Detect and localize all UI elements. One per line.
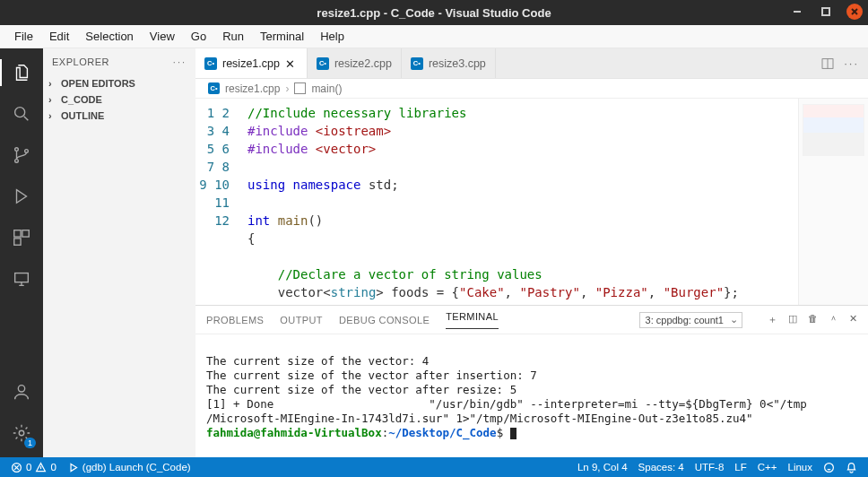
tab-label: resize3.cpp: [429, 57, 486, 70]
svg-rect-0: [822, 8, 829, 15]
section-label: C_CODE: [61, 94, 102, 105]
files-icon: [12, 63, 31, 82]
status-language[interactable]: C++: [752, 457, 783, 477]
tab-label: resize2.cpp: [334, 57, 392, 70]
tab-resize2[interactable]: C• resize2.cpp: [308, 48, 402, 78]
debug-icon: [67, 462, 79, 473]
svg-rect-6: [22, 230, 29, 237]
tabbar: C• resize1.cpp ✕ C• resize2.cpp C• resiz…: [195, 48, 868, 79]
split-terminal-icon[interactable]: ◫: [788, 313, 797, 326]
activitybar: 1: [0, 48, 43, 457]
close-tab-icon[interactable]: ✕: [285, 57, 298, 70]
panel-tab-output[interactable]: OUTPUT: [280, 315, 323, 325]
section-outline[interactable]: › OUTLINE: [43, 108, 195, 124]
editor-body[interactable]: 1 2 3 4 5 6 7 8 9 10 11 12 //Include nec…: [195, 99, 868, 305]
menu-edit[interactable]: Edit: [42, 28, 76, 45]
feedback-icon: [823, 462, 835, 473]
settings-badge: 1: [24, 438, 36, 448]
chevron-right-icon: ›: [48, 78, 57, 89]
breadcrumb-symbol: main(): [311, 82, 342, 95]
breadcrumb-file: resize1.cpp: [225, 82, 280, 95]
tab-resize3[interactable]: C• resize3.cpp: [402, 48, 496, 78]
menu-file[interactable]: File: [7, 28, 40, 45]
statusbar: 0 0 (gdb) Launch (C_Code) Ln 9, Col 4 Sp…: [0, 457, 868, 477]
panel-tab-terminal[interactable]: TERMINAL: [446, 311, 499, 329]
section-label: OUTLINE: [61, 110, 104, 121]
terminal-selector[interactable]: 3: cppdbg: count1: [639, 312, 742, 328]
activity-remote[interactable]: [0, 260, 43, 298]
panel-tabs: PROBLEMS OUTPUT DEBUG CONSOLE TERMINAL 3…: [195, 306, 868, 334]
more-actions-icon[interactable]: ···: [844, 56, 859, 70]
activity-source-control[interactable]: [0, 136, 43, 174]
branch-icon: [12, 145, 31, 165]
panel: PROBLEMS OUTPUT DEBUG CONSOLE TERMINAL 3…: [195, 305, 868, 457]
split-editor-icon[interactable]: [820, 56, 835, 71]
activity-accounts[interactable]: [0, 373, 43, 411]
section-open-editors[interactable]: › OPEN EDITORS: [43, 75, 195, 91]
close-button[interactable]: [846, 4, 863, 20]
search-icon: [12, 104, 31, 124]
status-errors[interactable]: 0 0: [5, 457, 62, 477]
panel-tab-problems[interactable]: PROBLEMS: [206, 315, 264, 325]
svg-point-4: [25, 150, 29, 153]
maximize-panel-icon[interactable]: ＾: [829, 313, 838, 326]
cpp-file-icon: C•: [411, 57, 423, 70]
menu-terminal[interactable]: Terminal: [253, 28, 311, 45]
svg-point-3: [15, 160, 19, 163]
tab-resize1[interactable]: C• resize1.cpp ✕: [195, 48, 308, 78]
menu-go[interactable]: Go: [184, 28, 213, 45]
activity-extensions[interactable]: [0, 219, 43, 256]
status-lncol[interactable]: Ln 9, Col 4: [572, 457, 633, 477]
panel-tab-debug[interactable]: DEBUG CONSOLE: [339, 315, 430, 325]
status-launch[interactable]: (gdb) Launch (C_Code): [62, 457, 196, 477]
maximize-button[interactable]: [818, 4, 834, 20]
explorer-more-icon[interactable]: ···: [173, 56, 187, 67]
menu-view[interactable]: View: [143, 28, 182, 45]
chevron-right-icon: ›: [285, 82, 289, 95]
extensions-icon: [12, 228, 31, 247]
bell-icon: [846, 462, 857, 473]
minimize-button[interactable]: [789, 4, 805, 20]
activity-settings[interactable]: 1: [0, 414, 43, 452]
status-os[interactable]: Linux: [783, 457, 819, 477]
section-folder[interactable]: › C_CODE: [43, 91, 195, 108]
section-label: OPEN EDITORS: [61, 78, 135, 89]
tab-label: resize1.cpp: [222, 57, 280, 70]
activity-search[interactable]: [0, 95, 43, 133]
window-controls: [789, 4, 863, 20]
code-content[interactable]: //Include necessary libraries #include <…: [240, 99, 798, 305]
chevron-right-icon: ›: [48, 94, 57, 105]
status-notifications[interactable]: [840, 457, 863, 477]
titlebar: resize1.cpp - C_Code - Visual Studio Cod…: [0, 0, 868, 25]
close-panel-icon[interactable]: ✕: [849, 313, 857, 326]
symbol-icon: [294, 82, 306, 94]
svg-point-2: [15, 148, 19, 152]
breadcrumb[interactable]: C• resize1.cpp › main(): [195, 79, 868, 99]
svg-rect-7: [14, 238, 21, 245]
error-icon: [11, 462, 22, 473]
account-icon: [12, 382, 31, 402]
tab-actions: ···: [812, 48, 868, 78]
menu-run[interactable]: Run: [215, 28, 251, 45]
editor-area: C• resize1.cpp ✕ C• resize2.cpp C• resiz…: [195, 48, 868, 457]
activity-run-debug[interactable]: [0, 178, 43, 215]
minimap[interactable]: [798, 99, 868, 305]
kill-terminal-icon[interactable]: 🗑: [808, 313, 818, 326]
status-feedback[interactable]: [818, 457, 840, 477]
status-eol[interactable]: LF: [729, 457, 751, 477]
new-terminal-icon[interactable]: ＋: [768, 313, 777, 326]
status-spaces[interactable]: Spaces: 4: [633, 457, 690, 477]
menu-selection[interactable]: Selection: [78, 28, 140, 45]
terminal-body[interactable]: The current size of the vector: 4 The cu…: [195, 334, 868, 457]
menu-help[interactable]: Help: [313, 28, 352, 45]
warning-icon: [35, 462, 47, 473]
svg-rect-8: [15, 273, 29, 282]
menubar: File Edit Selection View Go Run Terminal…: [0, 25, 868, 48]
svg-point-10: [19, 430, 24, 436]
remote-icon: [12, 269, 31, 289]
svg-rect-5: [14, 230, 21, 237]
chevron-right-icon: ›: [48, 110, 57, 121]
cpp-file-icon: C•: [317, 57, 329, 70]
status-encoding[interactable]: UTF-8: [690, 457, 730, 477]
activity-explorer[interactable]: [0, 54, 43, 91]
